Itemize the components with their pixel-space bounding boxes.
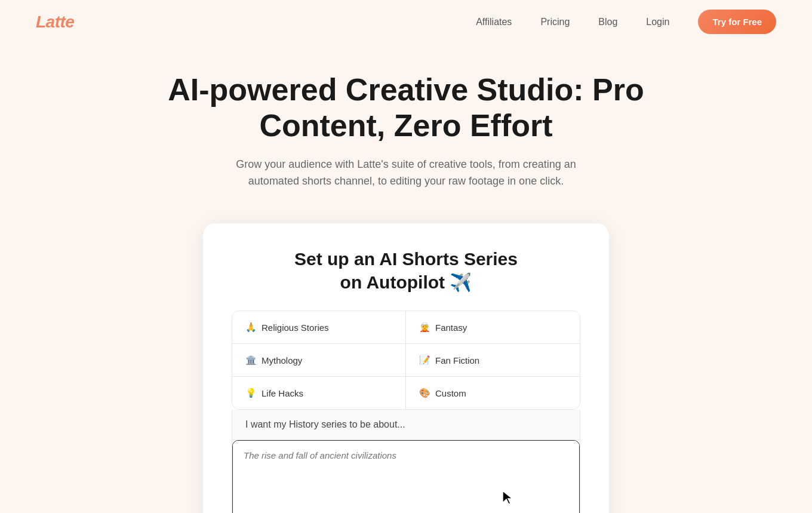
- category-grid: 🙏 Religious Stories 🧝 Fantasy 🏛️ Mytholo…: [232, 311, 580, 410]
- category-item-lifehacks[interactable]: 💡 Life Hacks: [232, 377, 406, 409]
- mythology-emoji: 🏛️: [245, 355, 257, 365]
- brand-logo[interactable]: Latte: [36, 13, 74, 32]
- category-item-custom[interactable]: 🎨 Custom: [406, 377, 580, 409]
- textarea-row: [232, 440, 580, 513]
- fanfiction-emoji: 📝: [419, 355, 430, 365]
- nav-affiliates[interactable]: Affiliates: [476, 17, 512, 27]
- category-item-mythology[interactable]: 🏛️ Mythology: [232, 344, 406, 377]
- category-label-religious: Religious Stories: [262, 322, 329, 333]
- topic-input[interactable]: [233, 441, 579, 513]
- hero-headline: AI-powered Creative Studio: Pro Content,…: [137, 72, 675, 144]
- demo-title-line2: on Autopilot ✈️: [340, 272, 472, 292]
- category-label-fantasy: Fantasy: [435, 322, 467, 333]
- try-free-button[interactable]: Try for Free: [698, 10, 776, 34]
- input-area-container: [232, 440, 580, 513]
- hero-section: AI-powered Creative Studio: Pro Content,…: [0, 44, 812, 209]
- fantasy-emoji: 🧝: [419, 322, 430, 333]
- nav-blog[interactable]: Blog: [598, 17, 617, 27]
- category-item-fantasy[interactable]: 🧝 Fantasy: [406, 311, 580, 344]
- category-item-fanfiction[interactable]: 📝 Fan Fiction: [406, 344, 580, 377]
- category-label-mythology: Mythology: [262, 355, 302, 365]
- demo-container: Set up an AI Shorts Series on Autopilot …: [0, 209, 812, 513]
- nav-login[interactable]: Login: [646, 17, 669, 27]
- category-label-custom: Custom: [435, 388, 466, 398]
- main-nav: Affiliates Pricing Blog Login Try for Fr…: [476, 10, 776, 34]
- category-label-fanfiction: Fan Fiction: [435, 355, 479, 365]
- demo-card: Set up an AI Shorts Series on Autopilot …: [203, 223, 609, 513]
- hero-subheadline: Grow your audience with Latte's suite of…: [233, 156, 579, 191]
- demo-title-line1: Set up an AI Shorts Series: [294, 249, 518, 269]
- lifehacks-emoji: 💡: [245, 388, 257, 398]
- input-section: I want my History series to be about...: [232, 410, 580, 513]
- religious-emoji: 🙏: [245, 322, 257, 333]
- input-label: I want my History series to be about...: [232, 410, 580, 440]
- demo-title: Set up an AI Shorts Series on Autopilot …: [232, 247, 580, 294]
- custom-emoji: 🎨: [419, 388, 430, 398]
- nav-pricing[interactable]: Pricing: [540, 17, 570, 27]
- category-item-religious[interactable]: 🙏 Religious Stories: [232, 311, 406, 344]
- category-label-lifehacks: Life Hacks: [262, 388, 303, 398]
